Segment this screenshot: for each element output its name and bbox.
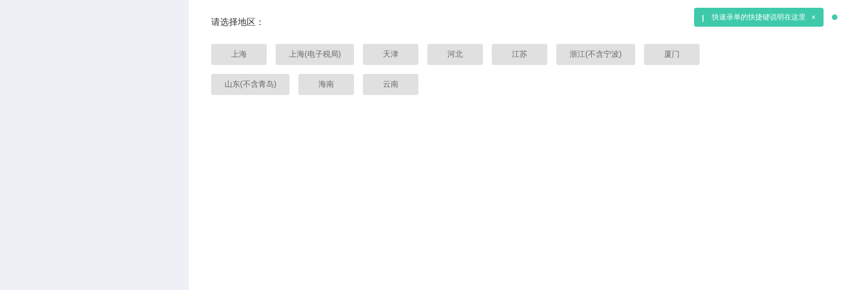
region-btn-zhejiang[interactable]: 浙江(不含宁波) bbox=[556, 44, 635, 65]
region-btn-hebei[interactable]: 河北 bbox=[427, 44, 483, 65]
region-btn-shanghai-electronic[interactable]: 上海(电子税局) bbox=[276, 44, 354, 65]
region-btn-jiangsu[interactable]: 江苏 bbox=[492, 44, 547, 65]
main-content: 请选择地区： 上海上海(电子税局)天津河北江苏浙江(不含宁波)厦门山东(不含青岛… bbox=[189, 0, 868, 290]
region-btn-shandong[interactable]: 山东(不含青岛) bbox=[211, 74, 290, 95]
region-btn-hainan[interactable]: 海南 bbox=[298, 74, 354, 95]
tooltip-close-button[interactable]: × bbox=[811, 13, 816, 22]
tooltip-dot bbox=[832, 14, 837, 20]
region-btn-yunnan[interactable]: 云南 bbox=[363, 74, 418, 95]
region-btn-xiamen[interactable]: 厦门 bbox=[644, 44, 700, 65]
region-btn-tianjin[interactable]: 天津 bbox=[363, 44, 418, 65]
region-buttons: 上海上海(电子税局)天津河北江苏浙江(不含宁波)厦门山东(不含青岛)海南云南 bbox=[211, 44, 846, 95]
region-btn-shanghai[interactable]: 上海 bbox=[211, 44, 267, 65]
left-sidebar bbox=[0, 0, 189, 290]
tooltip-text: 快速录单的快捷键说明在这里 bbox=[712, 12, 806, 22]
tooltip-banner: 快速录单的快捷键说明在这里 × bbox=[694, 8, 824, 27]
